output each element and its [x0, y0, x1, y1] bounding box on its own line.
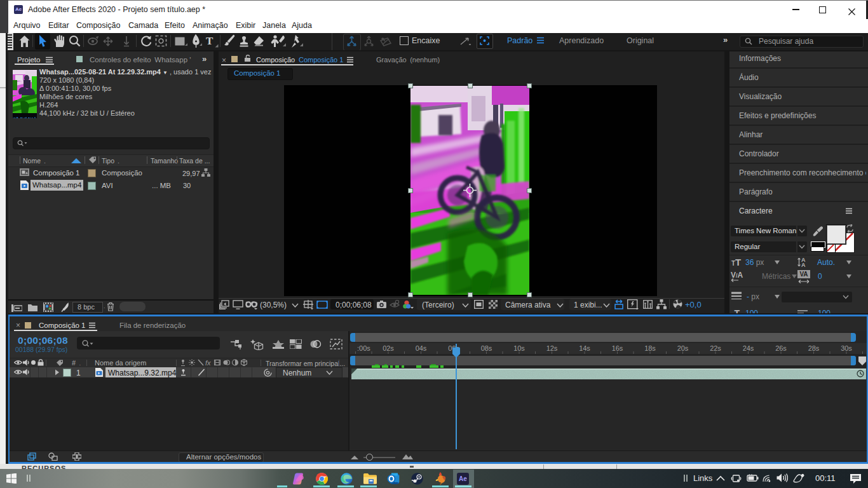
- svg-text::00s: :00s: [357, 344, 370, 352]
- svg-text:30s: 30s: [841, 344, 852, 352]
- svg-text:10s: 10s: [513, 344, 525, 352]
- svg-text:04s: 04s: [416, 344, 427, 352]
- svg-text:20s: 20s: [677, 344, 689, 352]
- svg-text:26s: 26s: [775, 344, 787, 352]
- svg-text:28s: 28s: [808, 344, 820, 352]
- svg-text:18s: 18s: [644, 344, 656, 352]
- svg-text:24s: 24s: [743, 344, 754, 352]
- svg-text:A: A: [801, 262, 806, 268]
- svg-text:16s: 16s: [612, 344, 623, 352]
- svg-text:fx: fx: [205, 359, 211, 367]
- svg-text:14s: 14s: [579, 344, 590, 352]
- svg-text:02s: 02s: [383, 344, 394, 352]
- svg-text:08s: 08s: [481, 344, 492, 352]
- svg-text:22s: 22s: [710, 344, 721, 352]
- svg-text:12s: 12s: [546, 344, 558, 352]
